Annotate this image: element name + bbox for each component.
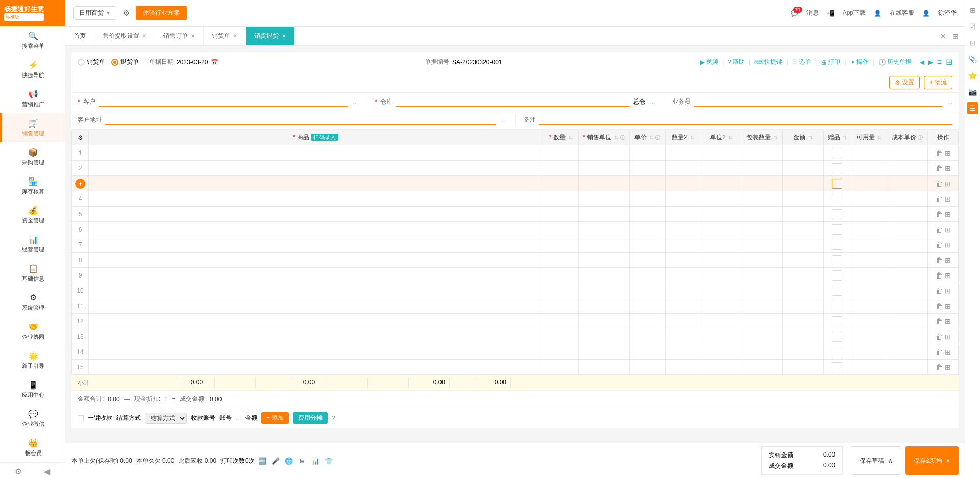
split-cost-button[interactable]: 费用分摊 — [293, 412, 328, 424]
header-gear-button[interactable]: ⚙ — [120, 6, 132, 20]
sort-arrows-unit2[interactable]: ⇅ — [728, 135, 732, 140]
right-icon-3[interactable]: ⊡ — [968, 37, 978, 49]
tab-sales-return-close[interactable]: ✕ — [282, 33, 286, 39]
gift-cell-2[interactable] — [823, 161, 851, 176]
gift-cell-5[interactable] — [823, 207, 851, 222]
product-cell-11[interactable] — [89, 298, 543, 314]
sidebar-item-purchase[interactable]: 📦 采购管理 — [0, 142, 65, 171]
pkg-cell-12[interactable] — [742, 314, 782, 329]
unit-cell-9[interactable] — [578, 268, 629, 283]
sidebar-item-enterprise[interactable]: 🤝 企业协同 — [0, 317, 65, 346]
unit2-cell-9[interactable] — [701, 268, 742, 283]
pkg-cell-2[interactable] — [742, 161, 782, 176]
customer-input[interactable] — [99, 97, 348, 107]
grid-view-icon[interactable]: ⊞ — [946, 57, 952, 67]
pkg-cell-13[interactable] — [742, 329, 782, 344]
gift-checkbox-6[interactable] — [832, 224, 842, 235]
gift-cell-8[interactable] — [823, 253, 851, 268]
qty2-cell-5[interactable] — [665, 207, 701, 222]
avail-cell-1[interactable] — [851, 145, 887, 161]
delete-icon-10[interactable]: 🗑 — [936, 287, 943, 295]
cost-cell-15[interactable] — [887, 360, 928, 375]
online-service-label[interactable]: 在线客服 — [890, 9, 914, 17]
remark-input[interactable] — [539, 115, 953, 125]
sort-arrows-amount[interactable]: ⇅ — [808, 135, 813, 140]
avail-cell-10[interactable] — [851, 283, 887, 298]
price-cell-2[interactable] — [629, 161, 665, 176]
split-help-icon[interactable]: ? — [332, 415, 335, 422]
qty-cell-5[interactable] — [543, 207, 578, 222]
cost-cell-14[interactable] — [887, 344, 928, 360]
unit-cell-3[interactable] — [578, 176, 629, 191]
delete-icon-11[interactable]: 🗑 — [936, 302, 943, 310]
avail-cell-3[interactable] — [851, 176, 887, 191]
product-cell-9[interactable] — [89, 268, 543, 283]
copy-icon-2[interactable]: ⊞ — [945, 164, 951, 172]
unit-cell-11[interactable] — [578, 298, 629, 314]
price-cell-3[interactable] — [629, 176, 665, 191]
qty-cell-1[interactable] — [543, 145, 578, 161]
qty-cell-3[interactable] — [543, 176, 578, 191]
nav-prev[interactable]: ◀ — [920, 59, 924, 66]
unit-cell-14[interactable] — [578, 344, 629, 360]
amount-cell-4[interactable] — [782, 191, 823, 207]
gift-checkbox-7[interactable] — [832, 240, 842, 250]
gift-cell-12[interactable] — [823, 314, 851, 329]
amount-cell-11[interactable] — [782, 298, 823, 314]
copy-icon-6[interactable]: ⊞ — [945, 225, 951, 234]
delete-icon-4[interactable]: 🗑 — [936, 195, 943, 203]
sidebar-item-guide[interactable]: 🌟 新手引导 — [0, 346, 65, 375]
radio-delivery[interactable]: 销货单 — [78, 58, 105, 66]
gift-cell-4[interactable] — [823, 191, 851, 207]
sidebar-item-basic[interactable]: 📋 基础信息 — [0, 259, 65, 288]
product-cell-15[interactable] — [89, 360, 543, 375]
pkg-cell-3[interactable] — [742, 176, 782, 191]
column-settings-icon[interactable]: ⚙ — [78, 134, 83, 141]
copy-icon-7[interactable]: ⊞ — [945, 241, 951, 249]
unit-cell-15[interactable] — [578, 360, 629, 375]
cost-cell-1[interactable] — [887, 145, 928, 161]
unit2-cell-7[interactable] — [701, 237, 742, 253]
copy-icon-8[interactable]: ⊞ — [945, 256, 951, 264]
cost-cell-2[interactable] — [887, 161, 928, 176]
sidebar-item-apps[interactable]: 📱 应用中心 — [0, 375, 65, 404]
address-dots[interactable]: ... — [501, 117, 506, 124]
tab-sales-order-close[interactable]: ✕ — [191, 33, 195, 39]
tool-icon-3[interactable]: 🌐 — [283, 455, 295, 466]
operate-link[interactable]: ✦ 操作 — [850, 58, 869, 66]
pkg-cell-1[interactable] — [742, 145, 782, 161]
price-cell-7[interactable] — [629, 237, 665, 253]
unit-cell-2[interactable] — [578, 161, 629, 176]
sidebar-item-marketing[interactable]: 📢 营销推广 — [0, 84, 65, 113]
product-cell-10[interactable] — [89, 283, 543, 298]
cost-cell-9[interactable] — [887, 268, 928, 283]
salesperson-dots[interactable]: ... — [947, 98, 952, 106]
gift-checkbox-14[interactable] — [832, 347, 842, 357]
price-cell-15[interactable] — [629, 360, 665, 375]
sort-arrows-unit[interactable]: ⇅ — [614, 135, 618, 140]
qty2-cell-13[interactable] — [665, 329, 701, 344]
right-icon-2[interactable]: ☑ — [967, 20, 978, 33]
qty2-cell-10[interactable] — [665, 283, 701, 298]
cost-cell-10[interactable] — [887, 283, 928, 298]
delete-icon-15[interactable]: 🗑 — [936, 363, 943, 371]
gift-checkbox-1[interactable] — [832, 148, 842, 158]
gift-cell-3[interactable] — [823, 176, 851, 191]
gift-cell-1[interactable] — [823, 145, 851, 161]
unit2-cell-4[interactable] — [701, 191, 742, 207]
avail-cell-8[interactable] — [851, 253, 887, 268]
amount-cell-9[interactable] — [782, 268, 823, 283]
unit2-cell-11[interactable] — [701, 298, 742, 314]
help-link[interactable]: ? 帮助 — [728, 58, 745, 66]
pkg-cell-8[interactable] — [742, 253, 782, 268]
info-icon-price[interactable]: ⓘ — [655, 135, 660, 140]
qty2-cell-2[interactable] — [665, 161, 701, 176]
app-download-label[interactable]: App下载 — [843, 9, 866, 17]
tool-icon-2[interactable]: 🎤 — [270, 455, 281, 466]
gift-checkbox-15[interactable] — [832, 362, 842, 372]
sort-arrows-pkg[interactable]: ⇅ — [774, 135, 778, 140]
settings-button[interactable]: ⚙ 设置 — [889, 76, 920, 89]
amount-cell-6[interactable] — [782, 222, 823, 237]
qty2-cell-9[interactable] — [665, 268, 701, 283]
delete-icon-2[interactable]: 🗑 — [936, 164, 943, 172]
